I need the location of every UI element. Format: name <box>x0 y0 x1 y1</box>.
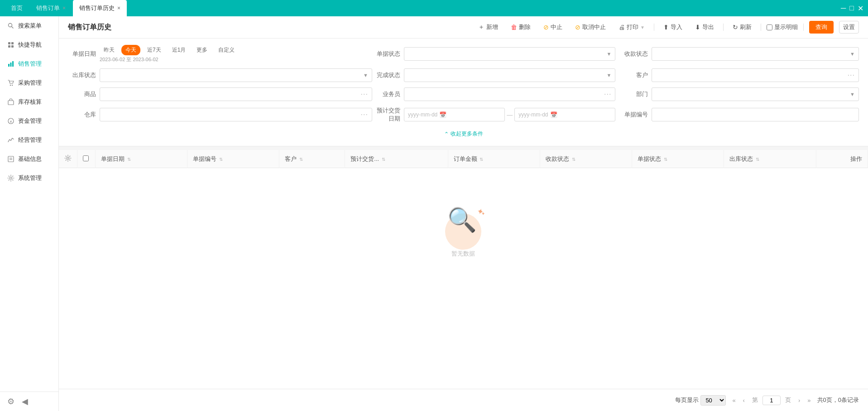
salesperson-dots[interactable]: ··· <box>604 90 611 98</box>
tab-sales-order-history-close[interactable]: × <box>117 5 120 11</box>
stop-button[interactable]: ⊘ 中止 <box>540 21 566 33</box>
table-settings-col[interactable] <box>59 150 77 168</box>
page-title: 销售订单历史 <box>68 23 111 32</box>
first-page-btn[interactable]: « <box>729 396 738 405</box>
filter-customer: 客户 ··· <box>615 68 859 82</box>
export-button[interactable]: ⬇ 导出 <box>691 21 718 33</box>
print-arrow: ▼ <box>640 25 645 30</box>
sidebar-item-capital-mgmt[interactable]: ¥ 资金管理 <box>0 111 58 131</box>
salesperson-input[interactable]: ··· <box>404 87 616 101</box>
add-button[interactable]: ＋ 新增 <box>475 21 502 33</box>
date-btn-today[interactable]: 今天 <box>121 45 140 55</box>
pay-status-select[interactable]: ▼ <box>652 47 859 61</box>
delivery-date-start[interactable]: yyyy-mm-dd 📅 <box>404 108 505 121</box>
sidebar-item-inventory-label: 库存核算 <box>18 98 42 106</box>
window-controls: ─ □ ✕ <box>841 4 863 13</box>
query-button[interactable]: 查询 <box>809 21 834 34</box>
goods-dots[interactable]: ··· <box>361 90 368 98</box>
sidebar-item-search-menu[interactable]: 搜索菜单 <box>0 16 58 35</box>
collapse-label: 收起更多条件 <box>451 130 483 138</box>
display-toggle-checkbox[interactable] <box>767 24 772 30</box>
customer-dots[interactable]: ··· <box>848 71 855 79</box>
sidebar-item-inventory[interactable]: 库存核算 <box>0 92 58 111</box>
col-order-amount[interactable]: 订单金额 ⇅ <box>448 150 540 168</box>
sidebar-item-purchase-mgmt[interactable]: 采购管理 <box>0 73 58 92</box>
search-menu-icon <box>7 22 14 29</box>
customer-input[interactable]: ··· <box>652 68 859 82</box>
col-pay-status[interactable]: 收款状态 ⇅ <box>540 150 632 168</box>
pay-status-label: 收款状态 <box>615 50 652 58</box>
page-label-before: 第 <box>749 395 761 406</box>
page-number-input[interactable] <box>762 396 781 405</box>
sidebar-item-sys-mgmt[interactable]: 系统管理 <box>0 169 58 188</box>
sidebar-item-sales-mgmt[interactable]: 销售管理 <box>0 54 58 73</box>
svg-point-18 <box>67 157 69 160</box>
customer-label: 客户 <box>615 71 652 79</box>
next-page-btn[interactable]: › <box>796 396 803 405</box>
outbound-status-select[interactable]: ▼ <box>100 68 372 82</box>
department-label: 部门 <box>615 90 652 98</box>
department-select[interactable]: ▼ <box>652 87 859 101</box>
sidebar-item-quick-nav[interactable]: 快捷导航 <box>0 35 58 54</box>
tab-sales-order-history[interactable]: 销售订单历史 × <box>73 0 127 16</box>
prev-page-btn[interactable]: ‹ <box>740 396 748 405</box>
tab-sales-order-close[interactable]: × <box>62 5 66 11</box>
collapse-row[interactable]: ⌃ 收起更多条件 <box>68 128 859 140</box>
filter-department: 部门 ▼ <box>615 87 859 101</box>
warehouse-input[interactable]: ··· <box>100 108 372 121</box>
table-check-col[interactable] <box>77 150 96 168</box>
sidebar-settings-icon[interactable]: ⚙ <box>7 396 14 406</box>
date-btn-1month[interactable]: 近1月 <box>168 45 190 55</box>
print-icon: 🖨 <box>619 24 625 31</box>
table-header-row: 单据日期 ⇅ 单据编号 ⇅ 客户 ⇅ 预计交货... <box>59 150 868 168</box>
order-number-text-input[interactable] <box>656 111 855 118</box>
sidebar-item-ops-mgmt[interactable]: 经营管理 <box>0 131 58 150</box>
tab-sales-order[interactable]: 销售订单 × <box>30 0 72 16</box>
settings-button[interactable]: 设置 <box>839 21 859 34</box>
date-btn-custom[interactable]: 自定义 <box>214 45 239 55</box>
sidebar-collapse-icon[interactable]: ◀ <box>22 396 28 406</box>
expected-delivery-label: 预计交货日期 <box>372 106 404 123</box>
minimize-icon[interactable]: ─ <box>841 4 846 12</box>
refresh-button[interactable]: ↻ 刷新 <box>729 21 755 33</box>
close-icon[interactable]: ✕ <box>858 4 863 13</box>
col-out-status[interactable]: 出库状态 ⇅ <box>724 150 816 168</box>
maximize-icon[interactable]: □ <box>849 4 854 12</box>
page-size-select[interactable]: 50 10 20 100 <box>700 395 726 406</box>
tab-home[interactable]: 首页 <box>5 0 29 16</box>
sidebar-item-basic-info[interactable]: 基础信息 <box>0 150 58 169</box>
col-number[interactable]: 单据编号 ⇅ <box>187 150 279 168</box>
order-status-select[interactable]: ▼ <box>404 47 616 61</box>
delete-button[interactable]: 🗑 删除 <box>507 21 534 33</box>
svg-rect-7 <box>10 63 12 67</box>
delivery-date-end[interactable]: yyyy-mm-dd 📅 <box>514 108 615 121</box>
warehouse-dots[interactable]: ··· <box>361 111 368 119</box>
goods-input[interactable]: ··· <box>100 87 372 101</box>
col-order-status[interactable]: 单据状态 ⇅ <box>632 150 724 168</box>
calendar-start-icon[interactable]: 📅 <box>439 111 446 118</box>
col-customer[interactable]: 客户 ⇅ <box>279 150 345 168</box>
col-date-sort: ⇅ <box>127 157 131 162</box>
filter-row-date: 单据日期 昨天 今天 近7天 近1月 更多 自定义 2023-06-02 至 2… <box>68 45 859 63</box>
cancel-stop-button[interactable]: ⊘ 取消中止 <box>571 21 609 33</box>
inventory-icon <box>7 98 14 106</box>
complete-status-select[interactable]: ▼ <box>404 68 616 82</box>
page-size-label: 每页显示 <box>675 396 699 404</box>
select-all-checkbox[interactable] <box>83 155 89 161</box>
date-btn-7days[interactable]: 近7天 <box>143 45 165 55</box>
svg-rect-6 <box>8 64 10 67</box>
calendar-end-icon[interactable]: 📅 <box>550 111 557 118</box>
date-btn-yesterday[interactable]: 昨天 <box>100 45 119 55</box>
order-number-input[interactable] <box>652 108 859 121</box>
last-page-btn[interactable]: » <box>805 396 813 405</box>
import-button[interactable]: ⬆ 导入 <box>660 21 686 33</box>
date-btn-more[interactable]: 更多 <box>192 45 211 55</box>
col-date[interactable]: 单据日期 ⇅ <box>96 150 187 168</box>
print-button[interactable]: 🖨 打印 ▼ <box>615 21 648 33</box>
delivery-end-placeholder: yyyy-mm-dd <box>518 111 548 118</box>
empty-state: 🔍 ✦ ✦ 暂无数据 <box>59 168 868 294</box>
purchase-mgmt-icon <box>7 79 14 87</box>
display-toggle[interactable]: 显示明细 <box>767 23 798 31</box>
col-expected-delivery[interactable]: 预计交货... ⇅ <box>345 150 448 168</box>
pay-status-arrow: ▼ <box>850 51 855 57</box>
